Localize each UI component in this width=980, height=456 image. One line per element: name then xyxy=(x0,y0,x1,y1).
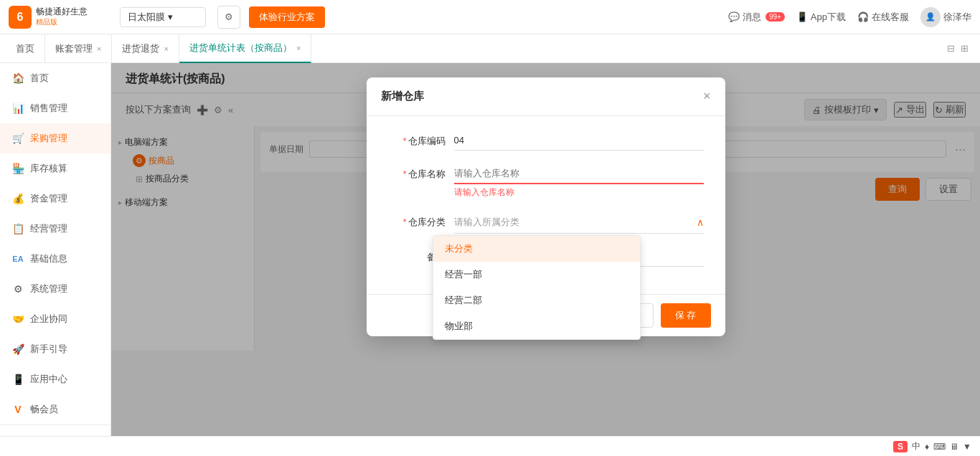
sidebar-item-home[interactable]: 🏠 首页 xyxy=(0,63,110,93)
category-select[interactable]: 请输入所属分类 ∧ xyxy=(454,212,704,234)
statusbar-icon-dot: ♦ xyxy=(925,442,929,452)
user-area[interactable]: 👤 徐泽华 xyxy=(920,7,971,27)
dropdown-item-1[interactable]: 经营一部 xyxy=(433,262,640,288)
modal-header: 新增仓库 × xyxy=(367,77,725,116)
sidebar-item-system[interactable]: ⚙ 系统管理 xyxy=(0,274,110,304)
category-dropdown: 未分类 经营一部 经营二部 物业部 xyxy=(433,235,641,340)
sidebar-inventory-label: 库存核算 xyxy=(30,162,67,175)
tab-minimize-icon: ⊟ xyxy=(947,43,955,54)
name-error-msg: 请输入仓库名称 xyxy=(454,186,704,199)
sidebar-guide-label: 新手引导 xyxy=(30,343,67,356)
sidebar: 🏠 首页 📊 销售管理 🛒 采购管理 🏪 库存核算 💰 资金管理 📋 经营管理 … xyxy=(0,63,111,456)
sidebar-appcenter-label: 应用中心 xyxy=(30,373,67,386)
logo-text: 畅捷通好生意 xyxy=(36,6,88,18)
top-header: 6 畅捷通好生意 精品版 日太阳膜 ▾ ⚙ 体验行业方案 💬 消息 99+ 📱 … xyxy=(0,0,980,34)
modal-overlay: 新增仓库 × *仓库编码 xyxy=(111,63,980,456)
save-button[interactable]: 保 存 xyxy=(661,303,711,328)
online-service-button[interactable]: 🎧 在线客服 xyxy=(857,11,909,24)
tab-accounts-label: 账套管理 xyxy=(55,42,93,55)
form-row-category: *仓库分类 请输入所属分类 ∧ 未分类 经营一部 经营二部 xyxy=(388,212,704,234)
tab-purchase-return[interactable]: 进货退货 × xyxy=(112,34,179,63)
sidebar-item-inventory[interactable]: 🏪 库存核算 xyxy=(0,153,110,184)
tab-purchase-stats-close[interactable]: × xyxy=(296,44,301,52)
sidebar-basic-info-label: 基础信息 xyxy=(30,252,67,265)
code-label: *仓库编码 xyxy=(388,130,446,148)
enterprise-icon: 🤝 xyxy=(11,313,24,326)
sidebar-item-purchase[interactable]: 🛒 采购管理 xyxy=(0,123,110,153)
message-icon: 💬 xyxy=(728,11,740,22)
tab-actions[interactable]: ⊟ ⊞ xyxy=(947,43,974,54)
avatar: 👤 xyxy=(920,7,941,27)
header-mid: ⚙ 体验行业方案 xyxy=(206,6,728,29)
system-icon: ⚙ xyxy=(11,282,24,295)
code-field xyxy=(454,130,704,151)
tab-purchase-stats-label: 进货单统计表（按商品） xyxy=(189,42,292,54)
sidebar-member-label: 畅会员 xyxy=(30,403,58,416)
phone-icon: 📱 xyxy=(796,11,808,22)
member-icon: V xyxy=(11,403,24,416)
store-selector[interactable]: 日太阳膜 ▾ xyxy=(120,7,206,27)
finance-icon: 💰 xyxy=(11,192,24,205)
message-badge: 99+ xyxy=(765,12,785,22)
dropdown-item-0[interactable]: 未分类 xyxy=(433,236,640,262)
purchase-icon: 🛒 xyxy=(11,132,24,145)
sales-icon: 📊 xyxy=(11,102,24,115)
sidebar-operations-label: 经营管理 xyxy=(30,222,67,235)
logo-icon: 6 xyxy=(9,6,32,29)
tab-purchase-stats[interactable]: 进货单统计表（按商品） × xyxy=(179,34,311,63)
bottom-statusbar: S 中 ♦ ⌨ 🖥 ▼ xyxy=(0,436,980,456)
required-star-name: * xyxy=(402,168,406,179)
online-service-label: 在线客服 xyxy=(872,11,909,24)
tab-accounts[interactable]: 账套管理 × xyxy=(45,34,112,63)
logo-area: 6 畅捷通好生意 精品版 xyxy=(9,6,120,29)
form-row-name: *仓库名称 请输入仓库名称 xyxy=(388,163,704,199)
tab-maximize-icon: ⊞ xyxy=(961,43,969,54)
name-label: *仓库名称 xyxy=(388,163,446,181)
category-label: *仓库分类 xyxy=(388,212,446,229)
statusbar-icon-keyboard: ⌨ xyxy=(933,442,946,452)
form-row-code: *仓库编码 xyxy=(388,130,704,151)
sidebar-item-appcenter[interactable]: 📱 应用中心 xyxy=(0,364,110,394)
user-name: 徐泽华 xyxy=(943,11,971,24)
headset-icon: 🎧 xyxy=(857,11,869,22)
header-right: 💬 消息 99+ 📱 App下载 🎧 在线客服 👤 徐泽华 xyxy=(728,7,971,27)
sidebar-purchase-label: 采购管理 xyxy=(30,132,67,145)
modal-close-button[interactable]: × xyxy=(703,89,711,104)
tab-accounts-close[interactable]: × xyxy=(97,44,101,53)
tab-home[interactable]: 首页 xyxy=(6,34,45,63)
app-download-button[interactable]: 📱 App下载 xyxy=(796,11,846,24)
sidebar-item-finance[interactable]: 💰 资金管理 xyxy=(0,184,110,214)
trial-button[interactable]: 体验行业方案 xyxy=(249,6,325,28)
tab-purchase-return-close[interactable]: × xyxy=(164,44,168,53)
sidebar-item-enterprise[interactable]: 🤝 企业协同 xyxy=(0,304,110,334)
category-field: 请输入所属分类 ∧ 未分类 经营一部 经营二部 物业部 xyxy=(454,212,704,234)
sidebar-item-sales[interactable]: 📊 销售管理 xyxy=(0,93,110,123)
sidebar-item-operations[interactable]: 📋 经营管理 xyxy=(0,214,110,244)
category-placeholder: 请输入所属分类 xyxy=(454,216,519,229)
logo-badge: 精品版 xyxy=(36,17,88,27)
sidebar-item-guide[interactable]: 🚀 新手引导 xyxy=(0,334,110,364)
statusbar-s-logo: S xyxy=(893,441,908,452)
gear-button[interactable]: ⚙ xyxy=(217,6,240,29)
dropdown-item-3[interactable]: 物业部 xyxy=(433,313,640,339)
message-label: 消息 xyxy=(743,11,761,24)
sidebar-home-label: 首页 xyxy=(30,72,49,85)
basic-info-icon: EA xyxy=(11,252,24,265)
app-download-label: App下载 xyxy=(811,11,846,24)
message-button[interactable]: 💬 消息 99+ xyxy=(728,11,785,24)
dropdown-item-2[interactable]: 经营二部 xyxy=(433,288,640,313)
statusbar-right: S 中 ♦ ⌨ 🖥 ▼ xyxy=(893,440,971,452)
home-icon: 🏠 xyxy=(11,72,24,85)
modal-new-warehouse: 新增仓库 × *仓库编码 xyxy=(367,77,725,336)
inventory-icon: 🏪 xyxy=(11,162,24,175)
code-input[interactable] xyxy=(454,130,704,151)
modal-title: 新增仓库 xyxy=(381,90,424,103)
appcenter-icon: 📱 xyxy=(11,373,24,386)
sidebar-item-member[interactable]: V 畅会员 xyxy=(0,394,110,424)
store-name: 日太阳膜 xyxy=(128,11,165,24)
logo-text-area: 畅捷通好生意 精品版 xyxy=(36,6,88,28)
sidebar-item-basic-info[interactable]: EA 基础信息 xyxy=(0,244,110,274)
statusbar-icon-arrow: ▼ xyxy=(963,442,971,452)
statusbar-icon-monitor: 🖥 xyxy=(950,442,958,452)
name-input[interactable] xyxy=(454,163,704,184)
